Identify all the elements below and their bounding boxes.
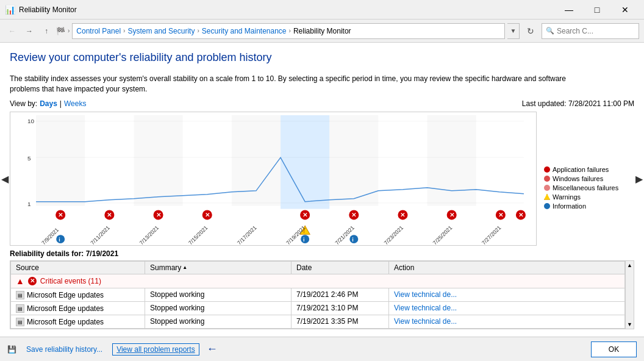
row-date: 7/19/2021 3:35 PM xyxy=(292,315,389,328)
view-by-bar: View by: Days | Weeks Last updated: 7/28… xyxy=(10,99,634,108)
svg-text:✕: ✕ xyxy=(156,212,161,218)
up-button[interactable]: ↑ xyxy=(39,24,54,38)
breadcrumb-flag-icon: 🏁 xyxy=(56,27,65,35)
svg-rect-10 xyxy=(232,115,281,206)
svg-rect-7 xyxy=(85,115,134,206)
breadcrumb-sep-2: › xyxy=(197,27,199,34)
legend-application-failures-label: Application failures xyxy=(553,166,609,173)
bottom-bar: 💾 Save reliability history... View all p… xyxy=(0,337,644,361)
last-updated: Last updated: 7/28/2021 11:00 PM xyxy=(88,99,634,108)
svg-text:10: 10 xyxy=(27,117,35,124)
svg-rect-6 xyxy=(36,115,85,206)
col-summary: Summary ▲ xyxy=(145,261,292,274)
save-reliability-link[interactable]: Save reliability history... xyxy=(26,345,102,354)
window-title: Reliability Monitor xyxy=(19,5,555,14)
svg-rect-12 xyxy=(329,115,378,206)
row-action-link[interactable]: View technical de... xyxy=(394,290,457,299)
forward-button[interactable]: → xyxy=(22,24,37,38)
breadcrumb-system-security[interactable]: System and Security xyxy=(127,27,195,35)
pipe-sep: | xyxy=(60,99,62,108)
search-icon: 🔍 xyxy=(546,27,554,35)
breadcrumb-security-maintenance[interactable]: Security and Maintenance xyxy=(202,27,287,35)
back-button[interactable]: ← xyxy=(5,24,20,38)
svg-text:7/23/2021: 7/23/2021 xyxy=(383,224,404,245)
chart-area[interactable]: 10 5 1 xyxy=(10,112,537,246)
maximize-button[interactable]: □ xyxy=(583,0,611,20)
refresh-button[interactable]: ↻ xyxy=(522,23,539,40)
scroll-down-arrow[interactable]: ▼ xyxy=(626,320,634,329)
svg-text:✕: ✕ xyxy=(205,212,210,218)
chart-nav-left[interactable]: ◀ xyxy=(1,173,9,184)
row-action-link[interactable]: View technical de... xyxy=(394,304,457,312)
window-controls: — □ ✕ xyxy=(555,0,639,20)
days-link[interactable]: Days xyxy=(40,99,57,108)
chart-nav-right[interactable]: ▶ xyxy=(635,173,643,184)
svg-rect-11 xyxy=(281,115,329,209)
svg-rect-13 xyxy=(378,115,427,206)
table-row[interactable]: ▤ Microsoft Edge updates Stopped working… xyxy=(11,301,634,315)
svg-text:7/27/2021: 7/27/2021 xyxy=(481,224,502,245)
svg-text:✕: ✕ xyxy=(107,212,112,218)
close-button[interactable]: ✕ xyxy=(611,0,639,20)
legend-information-label: Information xyxy=(553,202,586,210)
row-summary: Stopped working xyxy=(145,288,292,301)
legend-warnings-label: Warnings xyxy=(553,193,581,201)
save-history-icon: 💾 xyxy=(7,345,16,354)
svg-rect-14 xyxy=(428,115,476,206)
source-icon: ▤ xyxy=(16,318,24,326)
legend-misc-failures-label: Miscellaneous failures xyxy=(553,184,618,191)
svg-text:i: i xyxy=(59,237,60,243)
source-icon: ▤ xyxy=(16,304,24,313)
svg-text:7/9/2021: 7/9/2021 xyxy=(40,226,60,245)
row-action[interactable]: View technical de... xyxy=(389,288,625,301)
col-date: Date xyxy=(292,261,389,274)
chart-legend: Application failures Windows failures Mi… xyxy=(537,112,634,246)
view-by-label: View by: xyxy=(10,99,37,108)
source-icon: ▤ xyxy=(16,291,24,299)
table-scrollbar[interactable]: ▲ ▼ xyxy=(625,261,634,329)
svg-text:7/17/2021: 7/17/2021 xyxy=(236,224,257,245)
row-action[interactable]: View technical de... xyxy=(389,301,625,315)
main-content: Review your computer's reliability and p… xyxy=(0,43,644,361)
legend-windows-failures: Windows failures xyxy=(544,175,634,182)
table-row[interactable]: ▤ Microsoft Edge updates Stopped working… xyxy=(11,288,634,301)
weeks-link[interactable]: Weeks xyxy=(64,99,86,108)
legend-information: Information xyxy=(544,202,634,210)
svg-text:i: i xyxy=(303,237,305,243)
chart-container: ◀ 10 5 1 xyxy=(10,112,634,246)
legend-misc-failures: Miscellaneous failures xyxy=(544,184,634,191)
row-action[interactable]: View technical de... xyxy=(389,315,625,328)
view-problem-reports-link[interactable]: View all problem reports xyxy=(112,343,199,356)
svg-point-42 xyxy=(349,235,358,243)
details-section: Reliability details for: 7/19/2021 Sourc… xyxy=(10,249,634,329)
svg-text:7/11/2021: 7/11/2021 xyxy=(90,224,111,245)
breadcrumb-control-panel[interactable]: Control Panel xyxy=(76,27,121,35)
svg-text:7/15/2021: 7/15/2021 xyxy=(187,224,209,245)
row-summary: Stopped working xyxy=(145,301,292,315)
svg-text:i: i xyxy=(352,237,354,243)
address-dropdown[interactable]: ▼ xyxy=(507,23,520,39)
svg-text:✕: ✕ xyxy=(518,212,523,218)
row-source: ▤ Microsoft Edge updates xyxy=(11,288,145,301)
reliability-chart: 10 5 1 xyxy=(10,112,536,245)
svg-text:7/13/2021: 7/13/2021 xyxy=(138,224,160,245)
minimize-button[interactable]: — xyxy=(555,0,583,20)
address-bar: ← → ↑ 🏁 › Control Panel › System and Sec… xyxy=(0,20,644,43)
table-row[interactable]: ▤ Microsoft Edge updates Stopped working… xyxy=(11,315,634,328)
search-input[interactable] xyxy=(557,27,635,35)
arrow-indicator: ← xyxy=(207,343,218,356)
title-bar: 📊 Reliability Monitor — □ ✕ xyxy=(0,0,644,20)
svg-text:✕: ✕ xyxy=(58,212,63,218)
row-summary: Stopped working xyxy=(145,315,292,328)
row-action-link[interactable]: View technical de... xyxy=(394,317,457,326)
legend-application-failures: Application failures xyxy=(544,166,634,173)
critical-events-row[interactable]: ▲ ✕ Critical events (11) ▲ xyxy=(11,274,634,288)
scroll-up-arrow[interactable]: ▲ xyxy=(626,261,634,270)
row-date: 7/19/2021 3:10 PM xyxy=(292,301,389,315)
search-box: 🔍 xyxy=(542,23,639,39)
breadcrumb-bar[interactable]: Control Panel › System and Security › Se… xyxy=(72,23,505,39)
breadcrumb-sep-3: › xyxy=(289,27,291,34)
row-source: ▤ Microsoft Edge updates xyxy=(11,315,145,328)
ok-button[interactable]: OK xyxy=(591,341,637,357)
legend-warnings: Warnings xyxy=(544,193,634,201)
